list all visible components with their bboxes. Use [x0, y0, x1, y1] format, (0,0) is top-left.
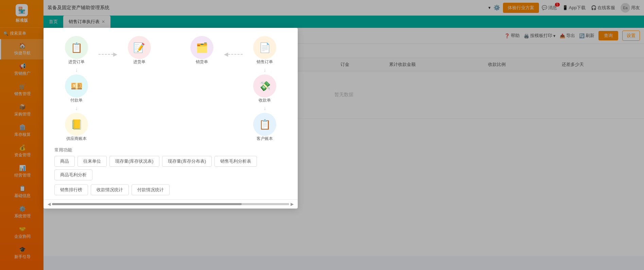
purchase-slip-col: 📝 进货单	[117, 36, 161, 65]
sales-slip-label: 销货单	[196, 59, 208, 65]
btn-payment-stats[interactable]: 付款情况统计	[132, 184, 170, 195]
supplier-ledger-circle[interactable]: 📒	[65, 113, 88, 136]
payment-slip-circle[interactable]: 💴	[65, 74, 88, 97]
common-btns-row1: 商品 往来单位 现存量(库存状况表) 现存量(库存分布表) 销售毛利分析表 商品…	[54, 156, 287, 180]
purchase-order-circle[interactable]: 📋	[65, 36, 88, 59]
scroll-left-icon[interactable]: ◀	[48, 202, 51, 206]
btn-stock-status[interactable]: 现存量(库存状况表)	[109, 156, 159, 167]
btn-goods-profit[interactable]: 商品毛利分析	[54, 169, 92, 180]
btn-sales-profit[interactable]: 销售毛利分析表	[214, 156, 257, 167]
down-arrow-supplier: ↓	[75, 105, 78, 111]
purchase-slip-icon: 📝	[133, 42, 145, 53]
down-arrow-customer: ↓	[263, 105, 266, 111]
purchase-order-icon: 📋	[71, 42, 83, 53]
btn-sales-rank[interactable]: 销售排行榜	[54, 184, 88, 195]
payment-slip-icon: 💴	[71, 80, 83, 92]
sales-order-label: 销售订单	[257, 59, 273, 65]
payment-slip-label: 付款单	[70, 97, 83, 103]
customer-ledger-label: 客户账本	[257, 136, 273, 142]
sales-slip-col: 🗂️ 销货单	[180, 36, 224, 65]
receipt-slip-icon: 💸	[259, 80, 271, 92]
sales-slip-icon: 🗂️	[196, 42, 208, 53]
customer-ledger-circle[interactable]: 📋	[253, 113, 276, 136]
supplier-ledger-label: 供应商账本	[66, 136, 87, 142]
scroll-right-icon[interactable]: ▶	[291, 202, 294, 206]
supplier-ledger-icon: 📒	[71, 119, 83, 130]
purchase-slip-label: 进货单	[133, 59, 145, 65]
receipt-slip-circle[interactable]: 💸	[253, 74, 276, 97]
down-arrow-right: ↓	[263, 67, 266, 73]
sales-order-icon: 📄	[259, 42, 271, 53]
common-btns-row2: 销售排行榜 收款情况统计 付款情况统计	[54, 184, 287, 195]
scroll-thumb	[52, 203, 242, 205]
purchase-order-col: 📋 进货订单	[54, 36, 99, 65]
sales-order-col: 📄 销售订单	[243, 36, 287, 65]
customer-ledger-icon: 📋	[259, 119, 271, 130]
btn-partners[interactable]: 往来单位	[77, 156, 107, 167]
common-functions-title: 常用功能	[54, 147, 287, 153]
receipt-slip-label: 收款单	[259, 97, 271, 103]
btn-receipt-stats[interactable]: 收款情况统计	[91, 184, 129, 195]
quick-panel: 📋 进货订单 ▶ 📝 进货单 🗂️	[43, 28, 298, 209]
btn-stock-dist[interactable]: 现存量(库存分布表)	[162, 156, 212, 167]
scroll-track[interactable]	[52, 203, 289, 205]
btn-goods[interactable]: 商品	[54, 156, 75, 167]
purchase-slip-circle[interactable]: 📝	[128, 36, 151, 59]
quick-panel-body: 📋 进货订单 ▶ 📝 进货单 🗂️	[43, 28, 298, 195]
scroll-indicator: ◀ ▶	[43, 199, 298, 209]
purchase-order-label: 进货订单	[68, 59, 85, 65]
down-arrow-left: ↓	[75, 67, 78, 73]
sales-slip-circle[interactable]: 🗂️	[190, 36, 213, 59]
sales-order-circle[interactable]: 📄	[253, 36, 276, 59]
